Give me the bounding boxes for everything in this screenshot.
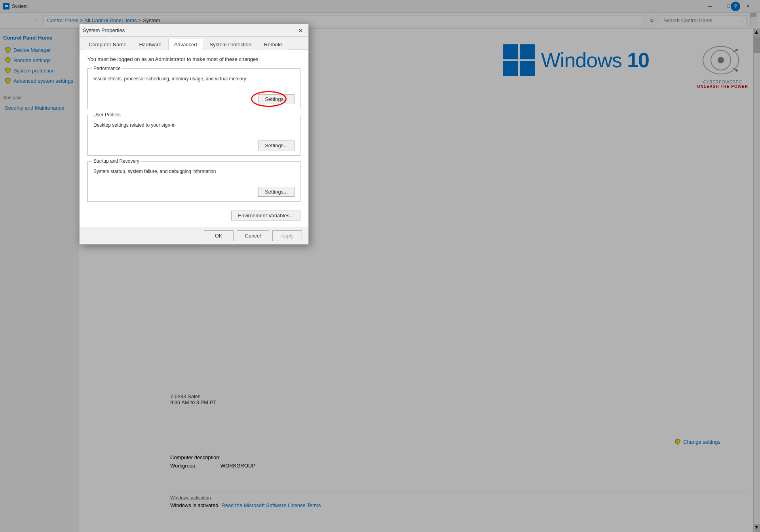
- startup-recovery-desc: System startup, system failure, and debu…: [93, 169, 294, 174]
- env-vars-row: Environment Variables...: [87, 207, 300, 220]
- ok-button[interactable]: OK: [204, 230, 234, 241]
- performance-section: Performance Visual effects, processor sc…: [87, 68, 300, 109]
- tab-bar: Computer Name Hardware Advanced System P…: [80, 38, 308, 50]
- tab-computer-name[interactable]: Computer Name: [83, 39, 132, 50]
- tab-remote[interactable]: Remote: [258, 39, 288, 50]
- performance-desc: Visual effects, processor scheduling, me…: [93, 76, 294, 82]
- dialog-content: You must be logged on as an Administrato…: [80, 50, 308, 227]
- dialog-close-button[interactable]: ✕: [296, 26, 305, 35]
- startup-recovery-settings-button[interactable]: Settings...: [258, 187, 294, 197]
- dialog-titlebar: System Properties ✕: [80, 24, 308, 37]
- system-properties-dialog: System Properties ✕ Computer Name Hardwa…: [79, 24, 309, 245]
- tab-advanced[interactable]: Advanced: [168, 39, 203, 50]
- dialog-footer: OK Cancel Apply: [80, 227, 308, 244]
- apply-button[interactable]: Apply: [272, 230, 302, 241]
- user-profiles-settings-button[interactable]: Settings...: [258, 141, 294, 150]
- performance-settings-button[interactable]: Settings...: [258, 94, 294, 104]
- user-profiles-title: User Profiles: [92, 112, 122, 118]
- env-variables-button[interactable]: Environment Variables...: [231, 211, 300, 220]
- performance-title: Performance: [92, 66, 122, 71]
- dialog-title: System Properties: [83, 27, 296, 33]
- tab-hardware[interactable]: Hardware: [133, 39, 167, 50]
- perf-btn-container: Settings...: [258, 94, 294, 104]
- dialog-note: You must be logged on as an Administrato…: [87, 56, 300, 62]
- startup-recovery-section: Startup and Recovery System startup, sys…: [87, 161, 300, 202]
- modal-overlay: System Properties ✕ Computer Name Hardwa…: [0, 0, 760, 532]
- cancel-button[interactable]: Cancel: [237, 230, 269, 241]
- user-profiles-section: User Profiles Desktop settings related t…: [87, 115, 300, 156]
- user-profiles-desc: Desktop settings related to your sign-in: [93, 122, 294, 128]
- startup-recovery-title: Startup and Recovery: [92, 158, 141, 164]
- tab-system-protection[interactable]: System Protection: [204, 39, 258, 50]
